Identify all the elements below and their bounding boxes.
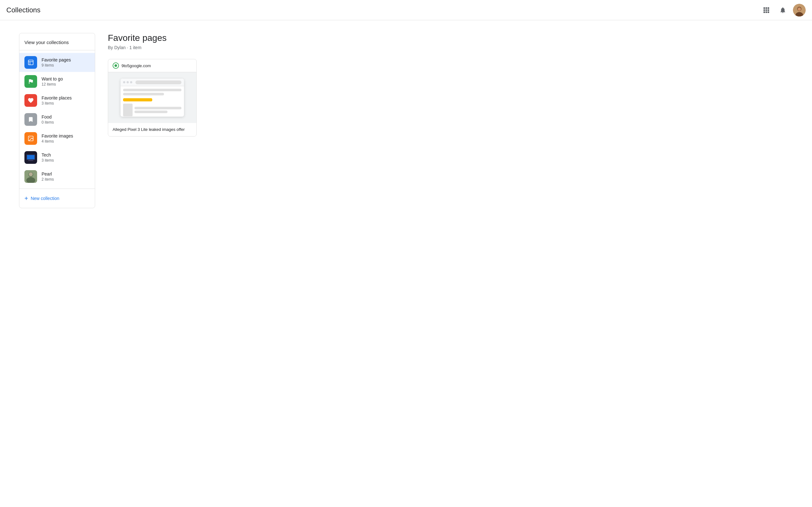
collection-count: 3 items xyxy=(42,158,90,163)
browser-mockup xyxy=(120,78,184,117)
svg-rect-8 xyxy=(768,11,769,13)
collection-info-favorite-places: Favorite places 3 items xyxy=(42,95,90,106)
cards-grid: 9to5google.com xyxy=(108,59,793,136)
avatar xyxy=(793,4,806,16)
svg-point-26 xyxy=(29,172,33,176)
sidebar-items: Favorite pages 9 items Want to go 12 ite… xyxy=(19,50,95,188)
svg-rect-21 xyxy=(28,160,33,161)
collection-icon-favorite-pages xyxy=(24,56,37,69)
content-subtitle: By Dylan · 1 item xyxy=(108,45,793,50)
svg-point-17 xyxy=(30,137,31,138)
sidebar-item-want-to-go[interactable]: Want to go 12 items xyxy=(19,72,95,91)
content-title: Favorite pages xyxy=(108,33,793,43)
sidebar-item-tech[interactable]: Tech 3 items xyxy=(19,148,95,167)
plus-icon: + xyxy=(24,195,28,202)
apps-button[interactable] xyxy=(760,4,773,16)
svg-rect-4 xyxy=(766,9,767,11)
collection-icon-want-to-go xyxy=(24,75,37,88)
favicon-icon xyxy=(113,62,119,69)
collection-count: 2 items xyxy=(42,177,90,181)
collection-info-food: Food 0 items xyxy=(42,114,90,124)
page-title: Collections xyxy=(6,6,41,14)
collection-icon-tech xyxy=(24,151,37,164)
app-header: Collections xyxy=(0,0,812,20)
browser-line-group xyxy=(123,104,182,116)
browser-line-4 xyxy=(135,111,167,113)
collection-icon-pearl xyxy=(24,170,37,183)
svg-rect-7 xyxy=(766,11,767,13)
collection-name: Tech xyxy=(42,153,90,158)
collection-count: 0 items xyxy=(42,120,90,124)
browser-line-2 xyxy=(123,93,164,95)
browser-dot-3 xyxy=(130,81,132,83)
collection-info-favorite-pages: Favorite pages 9 items xyxy=(42,57,90,67)
favicon-dot xyxy=(114,64,117,67)
browser-line-highlight xyxy=(123,98,152,101)
grid-icon xyxy=(763,7,769,13)
collection-icon-food xyxy=(24,113,37,126)
browser-urlbar xyxy=(136,80,182,84)
collection-name: Want to go xyxy=(42,76,90,81)
browser-line-1 xyxy=(123,89,182,91)
browser-dot-1 xyxy=(123,81,125,83)
svg-rect-6 xyxy=(763,11,765,13)
browser-toolbar xyxy=(120,78,184,86)
card-url-bar: 9to5google.com xyxy=(108,59,196,72)
svg-rect-3 xyxy=(763,9,765,11)
bell-icon xyxy=(779,7,786,14)
collection-icon-favorite-places xyxy=(24,94,37,107)
new-collection-label: New collection xyxy=(31,196,59,201)
collection-card[interactable]: 9to5google.com xyxy=(108,59,197,136)
avatar-image xyxy=(793,4,806,16)
browser-line-3 xyxy=(135,107,182,109)
collection-info-favorite-images: Favorite images 4 items xyxy=(42,133,90,144)
collection-count: 12 items xyxy=(42,82,90,87)
main-content: Favorite pages By Dylan · 1 item 9to5goo… xyxy=(108,33,793,208)
collection-name: Food xyxy=(42,114,90,119)
collection-count: 9 items xyxy=(42,63,90,67)
svg-rect-13 xyxy=(29,60,33,65)
notifications-button[interactable] xyxy=(776,4,789,16)
collection-info-want-to-go: Want to go 12 items xyxy=(42,76,90,87)
sidebar-item-food[interactable]: Food 0 items xyxy=(19,110,95,129)
collection-name: Favorite images xyxy=(42,133,90,138)
collection-name: Pearl xyxy=(42,171,90,176)
browser-block-1 xyxy=(123,104,133,116)
svg-rect-22 xyxy=(27,155,34,159)
card-caption: Alleged Pixel 3 Lite leaked images offer xyxy=(108,123,196,136)
collection-info-pearl: Pearl 2 items xyxy=(42,171,90,181)
collection-count: 3 items xyxy=(42,101,90,106)
sidebar-item-favorite-images[interactable]: Favorite images 4 items xyxy=(19,129,95,148)
collection-name: Favorite pages xyxy=(42,57,90,62)
svg-rect-1 xyxy=(766,7,767,9)
collection-count: 4 items xyxy=(42,139,90,144)
svg-point-12 xyxy=(798,8,801,11)
collection-info-tech: Tech 3 items xyxy=(42,153,90,163)
collection-icon-favorite-images xyxy=(24,132,37,145)
main-layout: View your collections Favorite pages 9 i… xyxy=(0,20,812,221)
browser-body xyxy=(120,86,184,117)
sidebar-item-favorite-pages[interactable]: Favorite pages 9 items xyxy=(19,53,95,72)
sidebar-footer: + New collection xyxy=(19,188,95,208)
new-collection-button[interactable]: + New collection xyxy=(24,193,59,204)
collection-name: Favorite places xyxy=(42,95,90,101)
svg-rect-0 xyxy=(763,7,765,9)
tech-thumbnail xyxy=(24,151,37,164)
sidebar: View your collections Favorite pages 9 i… xyxy=(19,33,95,208)
pearl-thumbnail xyxy=(24,170,37,183)
svg-rect-2 xyxy=(768,7,769,9)
svg-rect-5 xyxy=(768,9,769,11)
header-actions xyxy=(760,4,806,16)
user-avatar-button[interactable] xyxy=(793,4,806,16)
card-url-text: 9to5google.com xyxy=(121,63,151,68)
sidebar-item-pearl[interactable]: Pearl 2 items xyxy=(19,167,95,186)
browser-dot-2 xyxy=(126,81,129,83)
card-preview xyxy=(108,72,196,123)
sidebar-item-favorite-places[interactable]: Favorite places 3 items xyxy=(19,91,95,110)
sidebar-heading: View your collections xyxy=(19,33,95,50)
